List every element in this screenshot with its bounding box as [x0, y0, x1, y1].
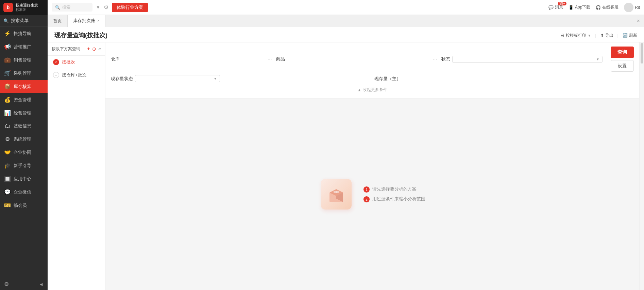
status-filter: 状态 ▼: [441, 56, 603, 63]
wechat-icon: 💬: [4, 189, 11, 195]
finance-label: 资金管理: [14, 97, 31, 103]
stock-qty-dash: —: [403, 76, 413, 81]
refresh-icon: 🔄: [623, 33, 628, 38]
enterprise-label: 企业协同: [14, 149, 31, 156]
user-avatar: [624, 3, 633, 12]
print-button[interactable]: 🖨 按模板打印 ▼: [560, 33, 591, 38]
topbar-search-icon: 🔍: [55, 5, 60, 10]
sidebar-item-operations[interactable]: 📊 经营管理: [0, 106, 48, 120]
product-label: 商品: [276, 56, 285, 62]
add-scheme-icon[interactable]: +: [87, 46, 90, 52]
app-download-icon: 📱: [569, 5, 574, 10]
warehouse-filter: 仓库 ···: [111, 55, 272, 63]
online-service-label: 在线客服: [602, 4, 618, 10]
system-icon: ⚙: [4, 136, 11, 142]
page-actions: 🖨 按模板打印 ▼ | ⬆ 导出 | 🔄 刷新: [560, 33, 637, 38]
status-label: 状态: [441, 56, 450, 62]
left-panel-icons: + ⊙ «: [87, 46, 101, 52]
action-buttons: 查询 设置: [611, 47, 634, 72]
collapse-conditions-button[interactable]: ▲ 收起更多条件: [111, 86, 634, 94]
refresh-button[interactable]: 🔄 刷新: [623, 33, 637, 38]
sidebar-footer: ⚙ ◄: [0, 278, 48, 290]
export-button[interactable]: ⬆ 导出: [600, 33, 613, 38]
print-label: 按模板打印: [566, 33, 586, 38]
batch-scheme-icon: ⊙: [53, 59, 59, 65]
sidebar-item-shortcuts[interactable]: ⚡ 快捷导航: [0, 27, 48, 40]
sidebar-item-marketing[interactable]: 📢 营销推广: [0, 40, 48, 53]
tab-home[interactable]: 首页: [48, 15, 68, 27]
sidebar-item-system[interactable]: ⚙ 系统管理: [0, 132, 48, 146]
messages-action[interactable]: 💬 消息 99+: [548, 4, 563, 10]
right-content: 仓库 ··· 商品 ··· 状态 ▼: [105, 42, 639, 290]
sidebar-item-appcenter[interactable]: 🔲 应用中心: [0, 172, 48, 185]
sales-label: 销售管理: [14, 57, 31, 63]
search-menu-item[interactable]: 🔍 搜索菜单: [0, 15, 48, 27]
sidebar-item-members[interactable]: 🎫 畅会员: [0, 199, 48, 212]
tip-text-2: 用过滤条件来缩小分析范围: [372, 196, 425, 202]
scheme-by-batch[interactable]: ⊙ 按批次: [48, 56, 105, 69]
sidebar-item-enterprise[interactable]: 🤝 企业协同: [0, 146, 48, 159]
system-label: 系统管理: [14, 136, 31, 142]
sidebar-item-wechat[interactable]: 💬 企业微信: [0, 185, 48, 199]
scheme-by-warehouse-batch[interactable]: ○ 按仓库+批次: [48, 69, 105, 81]
sidebar-item-finance[interactable]: 💰 资金管理: [0, 93, 48, 106]
finance-icon: 💰: [4, 96, 11, 103]
export-icon: ⬆: [600, 33, 604, 38]
topbar-search-placeholder: 搜索: [62, 4, 70, 10]
shortcuts-icon: ⚡: [4, 30, 11, 37]
sidebar-item-newuser[interactable]: 🎓 新手引导: [0, 159, 48, 172]
query-button[interactable]: 查询: [611, 47, 634, 58]
sidebar-item-sales[interactable]: 💼 销售管理: [0, 53, 48, 67]
messages-icon: 💬: [548, 5, 554, 10]
print-dropdown-arrow[interactable]: ▼: [588, 34, 591, 37]
settings-button[interactable]: 设置: [611, 60, 634, 72]
username-label: Rit: [635, 5, 640, 10]
topbar-gear-icon[interactable]: ⚙: [104, 4, 108, 11]
warehouse-dots[interactable]: ···: [268, 56, 272, 62]
sidebar: b 畅康通好生意 标准版 🔍 搜索菜单 ⚡ 快捷导航 📢 营销推广 💼 销售管理…: [0, 0, 48, 290]
right-scrollbar[interactable]: [639, 42, 644, 290]
stock-status-label: 现存量状态: [111, 76, 133, 82]
app-download-action[interactable]: 📱 App下载: [569, 4, 590, 10]
newuser-label: 新手引导: [14, 163, 31, 169]
user-avatar-action[interactable]: Rit: [624, 3, 640, 12]
product-input[interactable]: [287, 55, 431, 63]
tabbar: 首页 库存批次账 × ×: [48, 15, 644, 27]
collapse-sidebar-icon[interactable]: ◄: [39, 282, 44, 287]
app-logo: b: [3, 3, 13, 12]
tab-close-icon[interactable]: ×: [97, 18, 100, 23]
tab-inventory-batch[interactable]: 库存批次账 ×: [68, 15, 105, 27]
sidebar-item-purchase[interactable]: 🛒 采购管理: [0, 67, 48, 80]
wechat-label: 企业微信: [14, 189, 31, 195]
stock-qty-filter: 现存量（主） —: [374, 76, 634, 82]
online-service-action[interactable]: 🎧 在线客服: [596, 4, 618, 10]
scheme-settings-icon[interactable]: ⊙: [92, 46, 96, 52]
shortcuts-label: 快捷导航: [14, 31, 31, 37]
industry-solution-button[interactable]: 体验行业方案: [112, 3, 148, 12]
members-label: 畅会员: [14, 202, 27, 209]
topbar-search[interactable]: 🔍 搜索: [52, 3, 92, 12]
sidebar-item-basics[interactable]: 🗂 基础信息: [0, 120, 48, 132]
search-icon: 🔍: [3, 18, 9, 23]
page-title: 现存量查询(按批次): [54, 31, 107, 39]
close-all-tabs-button[interactable]: ×: [633, 15, 644, 27]
settings-footer-icon[interactable]: ⚙: [4, 281, 9, 287]
empty-icon-wrapper: [319, 177, 353, 211]
collapse-panel-icon[interactable]: «: [98, 46, 101, 52]
tip-num-2: 2: [363, 196, 370, 202]
left-panel: 按以下方案查询 + ⊙ « ⊙ 按批次 ○ 按仓库+批次: [48, 42, 105, 290]
purchase-icon: 🛒: [4, 70, 11, 76]
dropdown-arrow-icon[interactable]: ▼: [96, 5, 100, 10]
messages-badge: 99+: [558, 2, 566, 5]
export-label: 导出: [605, 33, 613, 38]
marketing-label: 营销推广: [14, 44, 31, 50]
scrollbar-thumb: [641, 43, 643, 64]
logo-text: b: [7, 5, 10, 10]
product-dots[interactable]: ···: [433, 56, 437, 62]
status-select[interactable]: ▼: [452, 56, 603, 63]
sidebar-item-inventory[interactable]: 📦 库存核算: [0, 80, 48, 93]
filter-row-1: 仓库 ··· 商品 ··· 状态 ▼: [111, 47, 634, 72]
warehouse-input[interactable]: [122, 55, 266, 63]
purchase-label: 采购管理: [14, 70, 31, 76]
stock-status-select[interactable]: ▼: [135, 75, 220, 82]
